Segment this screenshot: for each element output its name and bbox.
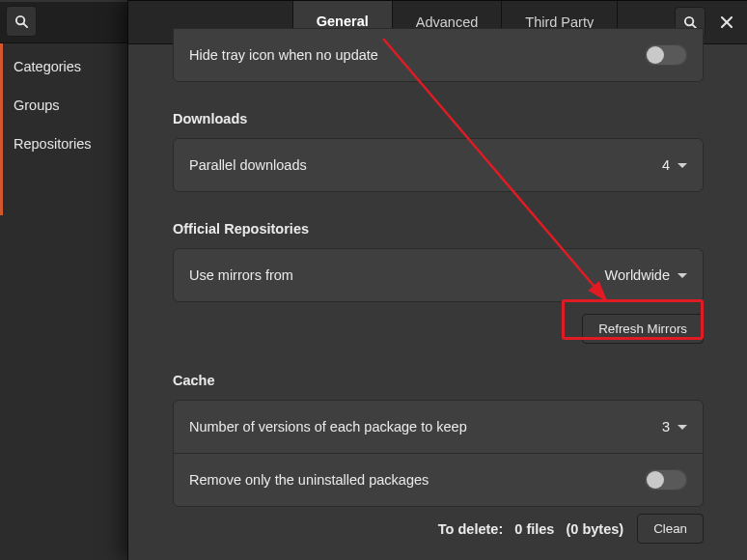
background-window-sidebar: Categories Groups Repositories <box>0 0 128 560</box>
panel-official-repos: Use mirrors from Worldwide <box>173 248 704 302</box>
section-title-downloads: Downloads <box>173 111 704 126</box>
use-mirrors-label: Use mirrors from <box>189 267 605 283</box>
cache-footer: To delete: 0 files (0 bytes) Clean <box>173 514 704 544</box>
switch-knob <box>647 471 664 489</box>
row-use-mirrors-from[interactable]: Use mirrors from Worldwide <box>174 249 703 301</box>
remove-uninstalled-label: Remove only the uninstalled packages <box>189 472 645 488</box>
panel-downloads: Parallel downloads 4 <box>173 138 704 192</box>
official-repos-actions: Refresh Mirrors <box>173 314 704 344</box>
hide-tray-switch[interactable] <box>645 44 687 66</box>
chevron-down-icon <box>678 163 687 168</box>
hide-tray-label: Hide tray icon when no update <box>189 47 645 63</box>
clean-button[interactable]: Clean <box>637 514 704 544</box>
search-button[interactable] <box>6 6 37 37</box>
switch-knob <box>647 46 664 64</box>
to-delete-prefix: To delete: <box>438 521 503 537</box>
row-hide-tray-icon[interactable]: Hide tray icon when no update <box>174 29 703 81</box>
use-mirrors-value: Worldwide <box>605 267 670 283</box>
parallel-downloads-label: Parallel downloads <box>189 157 662 173</box>
chevron-down-icon <box>678 273 687 278</box>
versions-label: Number of versions of each package to ke… <box>189 419 662 434</box>
refresh-mirrors-button[interactable]: Refresh Mirrors <box>582 314 704 344</box>
sidebar-item-repositories[interactable]: Repositories <box>0 125 127 163</box>
section-title-official-repos: Official Repositories <box>173 221 704 237</box>
row-versions-to-keep[interactable]: Number of versions of each package to ke… <box>174 401 703 453</box>
sidebar-accent <box>0 43 3 215</box>
parallel-downloads-value: 4 <box>662 157 670 173</box>
top-partial-panel: Hide tray icon when no update <box>173 28 704 82</box>
sidebar-items: Categories Groups Repositories <box>0 43 127 163</box>
preferences-dialog: General Advanced Third Party Hid <box>127 0 747 560</box>
sidebar-item-categories[interactable]: Categories <box>0 47 127 86</box>
background-window-header <box>0 0 127 43</box>
to-delete-files: 0 files <box>514 521 554 537</box>
svg-line-1 <box>23 23 27 27</box>
row-remove-uninstalled[interactable]: Remove only the uninstalled packages <box>174 453 703 506</box>
sidebar-item-groups[interactable]: Groups <box>0 86 127 125</box>
dialog-body: Hide tray icon when no update Downloads … <box>128 28 747 560</box>
close-icon <box>721 16 733 28</box>
panel-cache: Number of versions of each package to ke… <box>173 400 704 507</box>
search-icon <box>14 14 29 29</box>
to-delete-bytes: (0 bytes) <box>567 521 624 537</box>
chevron-down-icon <box>678 425 687 430</box>
versions-value: 3 <box>662 419 670 434</box>
to-delete-status: To delete: 0 files (0 bytes) <box>438 521 623 537</box>
row-parallel-downloads[interactable]: Parallel downloads 4 <box>174 139 703 191</box>
remove-uninstalled-switch[interactable] <box>645 469 687 490</box>
section-title-cache: Cache <box>173 373 704 388</box>
